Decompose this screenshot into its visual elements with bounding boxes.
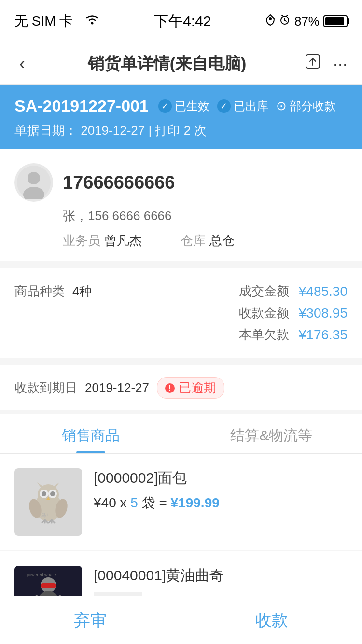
status-tags: ✓ 已生效 ✓ 已出库 ⊙ 部分收款 bbox=[158, 98, 336, 114]
wifi-icon bbox=[84, 14, 100, 28]
alarm-icon bbox=[279, 14, 291, 29]
nav-bar: ‹ 销货单详情(来自电脑) ··· bbox=[0, 42, 362, 85]
cancel-button[interactable]: 弃审 bbox=[0, 596, 181, 644]
svg-rect-32 bbox=[41, 583, 56, 588]
summary-right: 成交金额 ¥485.30 收款金额 ¥308.95 本单欠款 ¥176.35 bbox=[239, 283, 348, 343]
bottom-actions: 弃审 收款 bbox=[0, 596, 362, 644]
svg-text:powered whale: powered whale bbox=[27, 573, 56, 577]
svg-point-16 bbox=[42, 491, 46, 496]
check-icon-1: ✓ bbox=[158, 99, 172, 113]
summary-section: 商品种类 4种 成交金额 ¥485.30 收款金额 ¥308.95 本单欠款 ¥… bbox=[0, 268, 362, 358]
debt-row: 本单欠款 ¥176.35 bbox=[239, 326, 348, 343]
customer-meta: 业务员 曾凡杰 仓库 总仓 bbox=[14, 232, 348, 249]
order-header: SA-20191227-001 ✓ 已生效 ✓ 已出库 ⊙ 部分收款 单据日期：… bbox=[0, 85, 362, 149]
svg-point-0 bbox=[91, 22, 93, 25]
status-partial-payment: ⊙ 部分收款 bbox=[276, 98, 336, 114]
order-date: 单据日期： 2019-12-27 | 打印 2 次 bbox=[14, 122, 348, 139]
overdue-text: 已逾期 bbox=[179, 379, 216, 396]
customer-name: 17666666666 bbox=[63, 172, 175, 193]
salesperson-meta: 业务员 曾凡杰 bbox=[63, 232, 142, 249]
nav-actions: ··· bbox=[304, 53, 348, 74]
product-info-1: [0000002]面包 ¥40 x 5 袋 = ¥199.99 bbox=[94, 468, 348, 512]
tabs-section: 销售商品 结算&物流等 bbox=[0, 414, 362, 454]
clock-icon: ⊙ bbox=[276, 98, 287, 113]
tab-settlement[interactable]: 结算&物流等 bbox=[181, 414, 362, 453]
order-number: SA-20191227-001 bbox=[14, 97, 149, 115]
receipt-row: 收款金额 ¥308.95 bbox=[239, 305, 348, 322]
overdue-dot: ! bbox=[165, 383, 175, 393]
product-name-1: [0000002]面包 bbox=[94, 468, 348, 488]
status-icons: 87% bbox=[265, 14, 348, 29]
page-title: 销货单详情(来自电脑) bbox=[88, 53, 247, 75]
share-icon[interactable] bbox=[304, 53, 321, 74]
summary-left: 商品种类 4种 bbox=[14, 283, 92, 300]
svg-point-17 bbox=[50, 491, 55, 496]
product-thumbnail-1: 鸟+ bbox=[14, 468, 82, 536]
carrier-wifi: 无 SIM 卡 bbox=[14, 12, 100, 30]
list-item: 鸟+ [0000002]面包 ¥40 x 5 袋 = ¥199.99 bbox=[0, 454, 362, 550]
more-icon[interactable]: ··· bbox=[333, 54, 348, 74]
customer-contact: 张，156 6666 6666 bbox=[14, 208, 348, 224]
customer-section: 17666666666 张，156 6666 6666 业务员 曾凡杰 仓库 总… bbox=[0, 149, 362, 261]
warehouse-meta: 仓库 总仓 bbox=[181, 232, 235, 249]
check-icon-2: ✓ bbox=[217, 99, 231, 113]
svg-line-4 bbox=[285, 20, 286, 21]
confirm-button[interactable]: 收款 bbox=[181, 596, 362, 644]
svg-line-5 bbox=[282, 15, 283, 16]
product-name-2: [00040001]黄油曲奇 bbox=[94, 566, 348, 586]
battery-text: 87% bbox=[294, 14, 320, 29]
tab-products[interactable]: 销售商品 bbox=[0, 414, 181, 453]
svg-point-10 bbox=[28, 172, 40, 184]
status-active: ✓ 已生效 bbox=[158, 98, 209, 114]
svg-text:鸟+: 鸟+ bbox=[41, 512, 49, 518]
status-bar: 无 SIM 卡 下午4:42 87% bbox=[0, 0, 362, 42]
back-button[interactable]: ‹ bbox=[14, 49, 30, 79]
svg-line-6 bbox=[286, 15, 288, 16]
status-time: 下午4:42 bbox=[154, 12, 211, 31]
status-shipped: ✓ 已出库 bbox=[217, 98, 268, 114]
product-price-1: ¥40 x 5 袋 = ¥199.99 bbox=[94, 494, 348, 512]
carrier-text: 无 SIM 卡 bbox=[14, 14, 73, 28]
transaction-row: 成交金额 ¥485.30 bbox=[239, 283, 348, 300]
svg-point-1 bbox=[269, 17, 272, 20]
due-section: 收款到期日 2019-12-27 ! 已逾期 bbox=[0, 365, 362, 410]
overdue-badge: ! 已逾期 bbox=[157, 377, 224, 399]
avatar bbox=[14, 163, 53, 202]
battery-icon bbox=[323, 15, 348, 27]
location-icon bbox=[265, 14, 275, 29]
